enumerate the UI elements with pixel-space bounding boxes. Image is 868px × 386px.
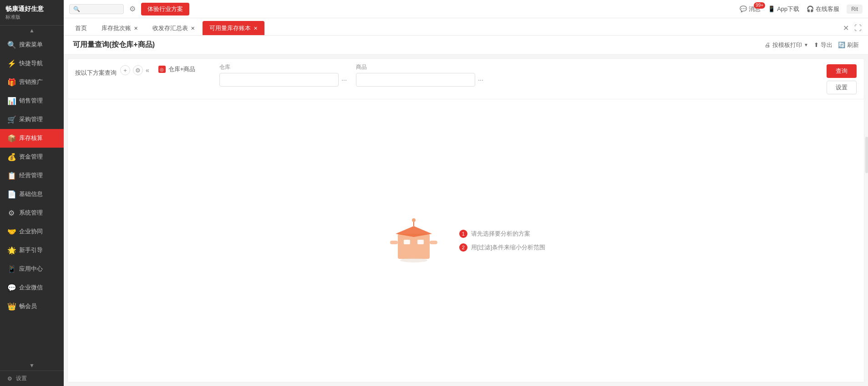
basic-icon: 📄 <box>7 190 15 199</box>
gear-icon: ⚙ <box>7 376 12 382</box>
warehouse-input[interactable] <box>219 73 339 87</box>
online-service-label: 在线客服 <box>816 5 839 13</box>
app-sub: 标准版 <box>5 14 58 21</box>
page-title: 可用量查询(按仓库+商品) <box>73 40 155 50</box>
scheme-item-warehouse-goods[interactable]: ◎ 仓库+商品 <box>155 63 214 75</box>
settings-scheme-btn[interactable]: ⚙ <box>133 65 143 75</box>
tab-home[interactable]: 首页 <box>68 21 94 35</box>
header-right: 💬 消息 99+ 📱 App下载 🎧 在线客服 Rit <box>740 5 863 14</box>
sidebar-item-guide[interactable]: 🌟 新手引导 <box>0 241 64 260</box>
hint-num-2: 2 <box>459 243 467 252</box>
sidebar-item-apps[interactable]: 📱 应用中心 <box>0 260 64 278</box>
user-menu[interactable]: Rit <box>847 5 863 14</box>
sidebar-label-operation: 经营管理 <box>19 171 43 180</box>
tab-close-batch[interactable]: ✕ <box>134 26 138 31</box>
app-download-link[interactable]: 📱 App下载 <box>768 5 799 13</box>
tab-label-available: 可用量库存账本 <box>209 24 251 32</box>
sidebar-item-wechat[interactable]: 💬 企业微信 <box>0 278 64 297</box>
warehouse-filter-label: 仓库 <box>219 63 347 71</box>
expand-window-btn[interactable]: ⛶ <box>853 23 863 33</box>
svg-point-8 <box>400 258 427 262</box>
tab-available[interactable]: 可用量库存账本✕ <box>203 21 264 35</box>
sidebar-item-sales[interactable]: 📊 销售管理 <box>0 92 64 110</box>
sidebar-label-sales: 销售管理 <box>19 97 43 105</box>
enterprise-icon: 🤝 <box>7 227 15 236</box>
wechat-icon: 💬 <box>7 283 15 292</box>
sidebar-item-system[interactable]: ⚙ 系统管理 <box>0 204 64 222</box>
sidebar-item-purchase[interactable]: 🛒 采购管理 <box>0 110 64 129</box>
refresh-btn[interactable]: 🔄 刷新 <box>838 41 859 49</box>
query-btn[interactable]: 查询 <box>827 64 857 78</box>
print-icon: 🖨 <box>765 41 771 48</box>
refresh-label: 刷新 <box>847 41 859 49</box>
sidebar-item-search[interactable]: 🔍 搜索菜单 <box>0 36 64 54</box>
settings-label: 设置 <box>16 375 27 382</box>
goods-more-btn[interactable]: ··· <box>478 76 483 83</box>
sidebar-label-marketing: 营销推广 <box>19 78 43 86</box>
phone-icon: 📱 <box>768 5 775 12</box>
scroll-down-btn[interactable]: ▼ <box>0 360 64 371</box>
sidebar-nav: 🔍 搜索菜单⚡ 快捷导航🎁 营销推广📊 销售管理🛒 采购管理📦 库存核算💰 资金… <box>0 36 64 360</box>
sidebar-item-basic[interactable]: 📄 基础信息 <box>0 185 64 204</box>
sidebar-bottom-actions[interactable]: ⚙ 设置 <box>0 371 64 386</box>
empty-robot-svg <box>386 213 441 268</box>
sidebar-item-finance[interactable]: 💰 资金管理 <box>0 148 64 166</box>
tab-batch[interactable]: 库存批次账✕ <box>95 21 145 35</box>
scroll-up-btn[interactable]: ▲ <box>0 26 64 36</box>
top-header: 🔍 ⚙ 体验行业方案 💬 消息 99+ 📱 App下载 🎧 在线客服 Rit <box>64 0 868 18</box>
sidebar-label-system: 系统管理 <box>19 209 43 217</box>
sidebar-item-member[interactable]: 👑 畅会员 <box>0 297 64 316</box>
apps-icon: 📱 <box>7 265 15 273</box>
goods-input-row: ··· <box>356 73 483 87</box>
collapse-scheme-btn[interactable]: « <box>146 67 149 74</box>
guide-icon: 🌟 <box>7 246 15 255</box>
sidebar-item-shortcut[interactable]: ⚡ 快捷导航 <box>0 54 64 73</box>
export-btn[interactable]: ⬆ 导出 <box>814 41 832 49</box>
tabs-bar: 首页库存批次账✕收发存汇总表✕可用量库存账本✕ ✕ ⛶ <box>64 18 868 36</box>
query-buttons: 查询 设置 <box>827 63 857 94</box>
close-window-btn[interactable]: ✕ <box>841 23 851 33</box>
print-btn[interactable]: 🖨 按模板打印 ▼ <box>765 41 808 49</box>
tab-summary[interactable]: 收发存汇总表✕ <box>146 21 202 35</box>
marketing-icon: 🎁 <box>7 78 15 87</box>
query-filters: 仓库 ··· 商品 ··· <box>219 63 821 87</box>
settings-btn[interactable]: 设置 <box>827 81 857 94</box>
header-gear-icon[interactable]: ⚙ <box>127 5 137 13</box>
sidebar-label-purchase: 采购管理 <box>19 115 43 124</box>
message-icon: 💬 <box>740 5 747 12</box>
tab-close-summary[interactable]: ✕ <box>191 26 195 31</box>
header-search-box[interactable]: 🔍 <box>69 4 124 14</box>
headset-icon: 🎧 <box>807 5 814 12</box>
scheme-label: 仓库+商品 <box>168 65 196 73</box>
warehouse-more-btn[interactable]: ··· <box>341 76 347 83</box>
search-icon: 🔍 <box>73 6 80 12</box>
tab-close-available[interactable]: ✕ <box>254 26 258 31</box>
shortcut-icon: ⚡ <box>7 59 15 68</box>
query-panel: 按以下方案查询 + ⚙ « ◎ 仓库+商品 仓库 <box>67 58 864 99</box>
sidebar-label-wechat: 企业微信 <box>19 283 43 292</box>
warehouse-input-row: ··· <box>219 73 347 87</box>
goods-input[interactable] <box>356 73 475 87</box>
sidebar-item-marketing[interactable]: 🎁 营销推广 <box>0 73 64 92</box>
app-title: 畅康通好生意 <box>5 5 58 14</box>
empty-text: 1 请先选择要分析的方案 2 用[过滤]条件来缩小分析范围 <box>459 230 545 252</box>
sidebar-item-enterprise[interactable]: 🤝 企业协同 <box>0 222 64 241</box>
page-content: 可用量查询(按仓库+商品) 🖨 按模板打印 ▼ ⬆ 导出 🔄 刷新 <box>64 36 868 386</box>
tab-label-summary: 收发存汇总表 <box>152 24 188 32</box>
query-scheme-header: 按以下方案查询 + ⚙ « <box>75 63 149 77</box>
filter-warehouse: 仓库 ··· <box>219 63 347 87</box>
member-icon: 👑 <box>7 302 15 311</box>
empty-state: 1 请先选择要分析的方案 2 用[过滤]条件来缩小分析范围 <box>67 99 864 382</box>
purchase-icon: 🛒 <box>7 115 15 124</box>
scheme-actions: + ⚙ « <box>120 65 149 75</box>
sidebar-item-inventory[interactable]: 📦 库存核算 <box>0 129 64 148</box>
sidebar-label-member: 畅会员 <box>19 302 37 310</box>
search-icon: 🔍 <box>7 41 15 49</box>
message-badge[interactable]: 💬 消息 99+ <box>740 5 761 13</box>
sidebar-label-guide: 新手引导 <box>19 246 43 254</box>
industry-btn[interactable]: 体验行业方案 <box>141 3 189 15</box>
add-scheme-btn[interactable]: + <box>120 65 130 75</box>
finance-icon: 💰 <box>7 153 15 161</box>
sidebar-item-operation[interactable]: 📋 经营管理 <box>0 166 64 185</box>
online-service-link[interactable]: 🎧 在线客服 <box>807 5 839 13</box>
